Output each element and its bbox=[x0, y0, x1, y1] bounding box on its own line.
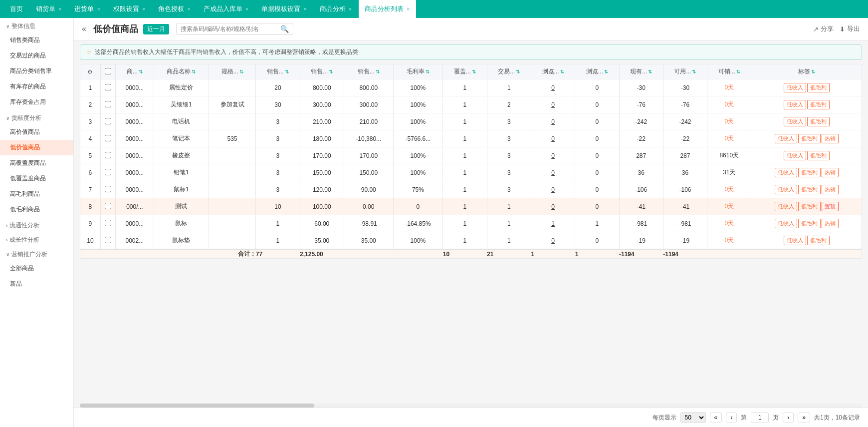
close-icon[interactable]: × bbox=[303, 6, 306, 12]
sidebar-group-marketing[interactable]: ∨ 营销推广分析 bbox=[0, 246, 73, 261]
row-checkbox[interactable] bbox=[105, 203, 111, 209]
row-checkbox[interactable] bbox=[105, 135, 111, 141]
close-icon[interactable]: × bbox=[349, 6, 352, 12]
row-browse1[interactable]: 0 bbox=[531, 79, 575, 96]
sidebar-group-contribution[interactable]: ∨ 贡献度分析 bbox=[0, 110, 73, 124]
select-all-checkbox[interactable] bbox=[105, 68, 111, 74]
browse-link[interactable]: 0 bbox=[551, 118, 555, 125]
browse-link[interactable]: 1 bbox=[551, 220, 555, 227]
row-checkbox-cell[interactable] bbox=[100, 113, 115, 130]
col-sales1[interactable]: 销售...⇅ bbox=[300, 64, 344, 79]
browse-link[interactable]: 0 bbox=[551, 237, 555, 244]
nav-stock-in[interactable]: 产成品入库单 × bbox=[198, 0, 254, 18]
col-checkbox[interactable] bbox=[100, 64, 115, 79]
col-current[interactable]: 现有...⇅ bbox=[619, 64, 663, 79]
col-qty[interactable]: 销售...⇅ bbox=[256, 64, 300, 79]
col-transaction[interactable]: 交易...⇅ bbox=[487, 64, 531, 79]
close-icon-active[interactable]: × bbox=[407, 6, 410, 12]
col-margin[interactable]: 毛利率⇅ bbox=[393, 64, 443, 79]
row-browse1[interactable]: 0 bbox=[531, 232, 575, 250]
next-page-button[interactable]: › bbox=[783, 413, 794, 423]
search-icon[interactable]: 🔍 bbox=[280, 25, 289, 33]
row-checkbox[interactable] bbox=[105, 118, 111, 124]
col-browse1[interactable]: 浏览...⇅ bbox=[531, 64, 575, 79]
row-browse1[interactable]: 0 bbox=[531, 198, 575, 215]
nav-analysis[interactable]: 商品分析 × bbox=[314, 0, 358, 18]
sidebar-group-circulation[interactable]: › 流通性分析 bbox=[0, 217, 73, 232]
browse-link[interactable]: 0 bbox=[551, 203, 555, 210]
row-checkbox[interactable] bbox=[105, 220, 111, 226]
browse-link[interactable]: 0 bbox=[551, 101, 555, 108]
sidebar-group-overall[interactable]: ∨ 整体信息 bbox=[0, 18, 73, 32]
last-page-button[interactable]: » bbox=[798, 413, 810, 423]
row-checkbox[interactable] bbox=[105, 84, 111, 90]
row-checkbox-cell[interactable] bbox=[100, 96, 115, 113]
col-sales2[interactable]: 销售...⇅ bbox=[344, 64, 393, 79]
row-browse1[interactable]: 0 bbox=[531, 164, 575, 181]
nav-template[interactable]: 单据模板设置 × bbox=[255, 0, 312, 18]
row-checkbox[interactable] bbox=[105, 101, 111, 107]
row-browse1[interactable]: 0 bbox=[531, 147, 575, 164]
row-checkbox-cell[interactable] bbox=[100, 215, 115, 232]
row-checkbox[interactable] bbox=[105, 186, 111, 192]
col-available[interactable]: 可用...⇅ bbox=[663, 64, 707, 79]
sidebar-group-growth[interactable]: › 成长性分析 bbox=[0, 232, 73, 246]
col-browse2[interactable]: 浏览...⇅ bbox=[575, 64, 619, 79]
share-button[interactable]: ↗ 分享 bbox=[813, 24, 834, 33]
sidebar-item-new-goods[interactable]: 新品 bbox=[0, 276, 73, 292]
row-checkbox-cell[interactable] bbox=[100, 130, 115, 147]
col-settings[interactable]: ⚙ bbox=[80, 64, 101, 79]
row-checkbox-cell[interactable] bbox=[100, 232, 115, 250]
row-checkbox-cell[interactable] bbox=[100, 164, 115, 181]
row-browse1[interactable]: 1 bbox=[531, 215, 575, 232]
nav-analysis-list[interactable]: 商品分析列表 × bbox=[359, 0, 416, 18]
row-checkbox-cell[interactable] bbox=[100, 181, 115, 198]
sidebar-item-all-goods[interactable]: 全部商品 bbox=[0, 261, 73, 276]
sidebar-item-stock-goods[interactable]: 有库存的商品 bbox=[0, 79, 73, 94]
horizontal-scrollbar[interactable] bbox=[80, 404, 862, 408]
col-spec[interactable]: 规格...⇅ bbox=[209, 64, 255, 79]
per-page-select[interactable]: 50 100 200 bbox=[680, 412, 706, 423]
col-coverage[interactable]: 覆盖...⇅ bbox=[443, 64, 487, 79]
nav-sales[interactable]: 销货单 × bbox=[30, 0, 67, 18]
search-input[interactable] bbox=[181, 25, 280, 32]
sidebar-item-sales-goods[interactable]: 销售类商品 bbox=[0, 32, 73, 48]
browse-link[interactable]: 0 bbox=[551, 186, 555, 193]
close-icon[interactable]: × bbox=[245, 6, 248, 12]
row-checkbox-cell[interactable] bbox=[100, 147, 115, 164]
sidebar-item-category-rate[interactable]: 商品分类销售率 bbox=[0, 63, 73, 79]
close-icon[interactable]: × bbox=[187, 6, 190, 12]
filter-tag-month[interactable]: 近一月 bbox=[143, 24, 169, 34]
browse-link[interactable]: 0 bbox=[551, 135, 555, 142]
nav-permission[interactable]: 权限设置 × bbox=[107, 0, 151, 18]
row-checkbox-cell[interactable] bbox=[100, 79, 115, 96]
table-container[interactable]: ⚙ 商...⇅ 商品名称⇅ 规格...⇅ 销售...⇅ 销售...⇅ 销售...… bbox=[74, 64, 868, 404]
row-browse1[interactable]: 0 bbox=[531, 130, 575, 147]
sidebar-item-high-value[interactable]: 高价值商品 bbox=[0, 124, 73, 140]
close-icon[interactable]: × bbox=[142, 6, 145, 12]
col-sellable[interactable]: 可销...⇅ bbox=[707, 64, 751, 79]
row-checkbox[interactable] bbox=[105, 237, 111, 243]
close-icon[interactable]: × bbox=[58, 6, 61, 12]
first-page-button[interactable]: « bbox=[710, 413, 722, 423]
row-checkbox-cell[interactable] bbox=[100, 198, 115, 215]
nav-home[interactable]: 首页 bbox=[4, 0, 29, 18]
nav-role[interactable]: 角色授权 × bbox=[152, 0, 196, 18]
row-browse1[interactable]: 0 bbox=[531, 181, 575, 198]
sidebar-item-stock-capital[interactable]: 库存资金占用 bbox=[0, 94, 73, 110]
col-code[interactable]: 商...⇅ bbox=[115, 64, 154, 79]
sidebar-item-low-coverage[interactable]: 低覆盖度商品 bbox=[0, 171, 73, 186]
row-checkbox[interactable] bbox=[105, 152, 111, 158]
browse-link[interactable]: 0 bbox=[551, 152, 555, 159]
current-page-input[interactable] bbox=[751, 413, 769, 423]
sidebar-item-low-value[interactable]: 低价值商品 bbox=[0, 140, 73, 155]
prev-page-button[interactable]: ‹ bbox=[726, 413, 737, 423]
sidebar-item-high-coverage[interactable]: 高覆盖度商品 bbox=[0, 155, 73, 171]
row-checkbox[interactable] bbox=[105, 169, 111, 175]
col-name[interactable]: 商品名称⇅ bbox=[154, 64, 209, 79]
row-browse1[interactable]: 0 bbox=[531, 96, 575, 113]
export-button[interactable]: ⬇ 导出 bbox=[840, 24, 860, 33]
browse-link[interactable]: 0 bbox=[551, 84, 555, 91]
nav-purchase[interactable]: 进货单 × bbox=[68, 0, 106, 18]
scrollbar-thumb[interactable] bbox=[80, 404, 314, 408]
